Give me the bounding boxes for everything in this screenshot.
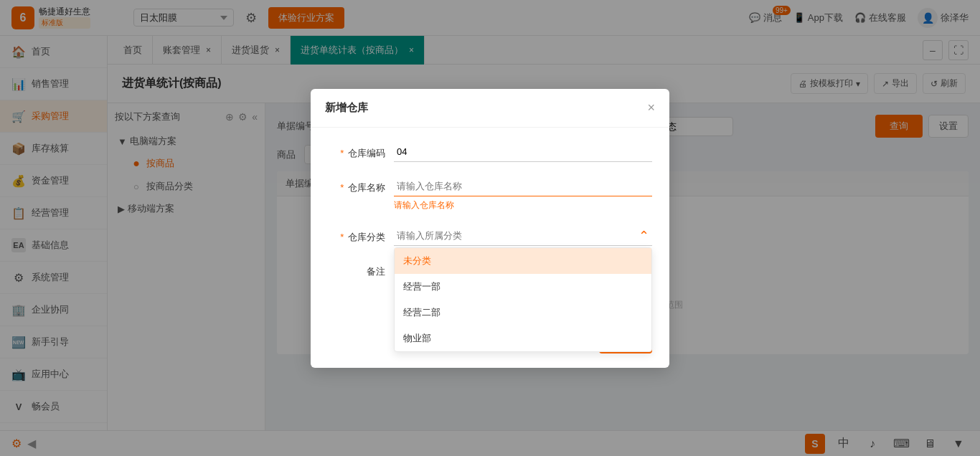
modal-body: * 仓库编码 * 仓库名称 请输入仓库名称 [311, 128, 669, 322]
required-star-name: * [340, 182, 344, 193]
dropdown-item-unclassified[interactable]: 未分类 [395, 248, 651, 274]
code-input[interactable] [394, 142, 652, 162]
chevron-up-icon[interactable]: ⌃ [639, 228, 649, 244]
category-label: * 仓库分类 [328, 226, 385, 244]
form-row-category: * 仓库分类 ⌃ 未分类 经营一部 经营二部 物业部 [328, 226, 652, 246]
category-input[interactable] [394, 226, 652, 246]
required-star-category: * [340, 232, 344, 242]
code-label: * 仓库编码 [328, 142, 385, 160]
name-error-msg: 请输入仓库名称 [394, 199, 652, 212]
modal-title: 新增仓库 [325, 101, 368, 115]
name-input[interactable] [394, 176, 652, 196]
code-field [394, 142, 652, 162]
form-row-name: * 仓库名称 请输入仓库名称 [328, 176, 652, 212]
form-row-code: * 仓库编码 [328, 142, 652, 162]
modal-overlay[interactable]: 新增仓库 × * 仓库编码 * 仓库名称 [0, 0, 980, 456]
category-field: ⌃ 未分类 经营一部 经营二部 物业部 [394, 226, 652, 246]
modal-close-btn[interactable]: × [647, 100, 655, 115]
dropdown-item-ops2[interactable]: 经营二部 [395, 300, 651, 326]
new-warehouse-modal: 新增仓库 × * 仓库编码 * 仓库名称 [311, 89, 669, 368]
category-dropdown: 未分类 经营一部 经营二部 物业部 [394, 247, 652, 352]
required-star-code: * [340, 148, 344, 158]
remark-label: 备注 [328, 260, 385, 278]
dropdown-item-ops1[interactable]: 经营一部 [395, 274, 651, 300]
name-field: 请输入仓库名称 [394, 176, 652, 212]
category-input-wrapper: ⌃ [394, 226, 652, 246]
modal-header: 新增仓库 × [311, 89, 669, 128]
name-label: * 仓库名称 [328, 176, 385, 194]
dropdown-item-property[interactable]: 物业部 [395, 326, 651, 351]
